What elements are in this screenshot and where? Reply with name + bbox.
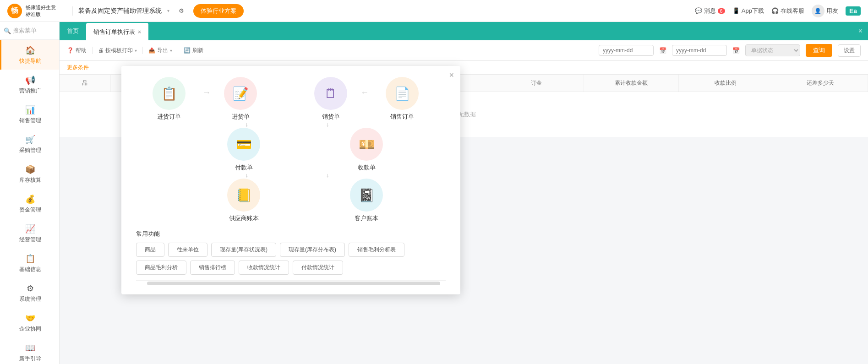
- sidebar-label-basicinfo: 基础信息: [19, 266, 41, 273]
- export-icon: 📤: [148, 47, 155, 54]
- flow-node-sale-bill[interactable]: 🗒 销货单: [301, 77, 360, 121]
- customer-ledger-label: 客户账本: [355, 214, 378, 223]
- sidebar-item-marketing[interactable]: 📢 营销推广: [0, 70, 59, 99]
- logo-line2: 标准版: [26, 11, 56, 17]
- logo-letter: 畅: [11, 6, 18, 16]
- sale-bill-circle: 🗒: [314, 77, 347, 110]
- payment-label: 付款单: [235, 163, 253, 172]
- date-input-end[interactable]: [672, 45, 727, 56]
- help-button[interactable]: ❓ 帮助: [67, 47, 87, 54]
- date-input-start[interactable]: [599, 45, 654, 56]
- dialog-scrollbar[interactable]: [136, 280, 446, 287]
- user-area[interactable]: 👤 用友: [812, 5, 838, 17]
- search-label: 搜索菜单: [13, 27, 37, 35]
- th-days-remaining: 还差多少天: [773, 75, 868, 92]
- flow-node-supplier-ledger[interactable]: 📒 供应商账本: [214, 179, 273, 223]
- flow-node-customer-ledger[interactable]: 📓 客户账本: [337, 179, 396, 223]
- scroll-thumb[interactable]: [147, 282, 440, 285]
- payment-circle: 💳: [227, 128, 260, 161]
- print-dropdown-icon[interactable]: ▾: [135, 48, 137, 53]
- sidebar-item-quicknav[interactable]: 🏠 快捷导航: [0, 40, 59, 70]
- home-icon: 🏠: [25, 45, 35, 55]
- sidebar-label-system: 系统管理: [19, 295, 41, 303]
- sidebar-item-sales[interactable]: 📊 销售管理: [0, 99, 59, 129]
- sidebar-label-inventory: 库存核算: [19, 176, 41, 184]
- message-button[interactable]: 💬 消息 6: [695, 7, 725, 15]
- func-btn-receipt-stat[interactable]: 收款情况统计: [239, 261, 289, 275]
- sale-order-circle: 📄: [386, 77, 419, 110]
- receipt-label: 收款单: [358, 163, 376, 172]
- calendar-icon-2[interactable]: 📅: [732, 47, 740, 54]
- search-icon: 🔍: [4, 27, 11, 34]
- func-btn-product[interactable]: 商品: [136, 243, 164, 257]
- flow-chart: 📋 进货订单 → 📝 进货单: [136, 77, 446, 223]
- export-button[interactable]: 📤 导出 ▾: [148, 47, 172, 54]
- dropdown-arrow[interactable]: ▾: [167, 8, 169, 13]
- flow-node-purchase-bill[interactable]: 📝 进货单: [211, 77, 270, 121]
- flow-arrow-down-2: ↓: [136, 172, 273, 179]
- print-button[interactable]: 🖨 按模板打印 ▾: [98, 47, 137, 54]
- help-icon: ❓: [67, 47, 74, 54]
- tab-sales-order-execution[interactable]: 销售订单执行表 ×: [86, 23, 148, 41]
- status-select[interactable]: 单据状态: [745, 44, 800, 56]
- toolbar-sep-2: [142, 47, 143, 54]
- flow-row-2-right: 💴 收款单: [337, 128, 396, 172]
- message-label: 消息: [704, 7, 716, 15]
- newbie-icon: 📖: [25, 343, 35, 353]
- flow-node-purchase-order[interactable]: 📋 进货订单: [139, 77, 199, 121]
- func-btn-stock-status[interactable]: 现存量(库存状况表): [211, 243, 276, 257]
- tab-close-icon[interactable]: ×: [138, 29, 141, 35]
- func-btn-sales-profit[interactable]: 销售毛利分析表: [349, 243, 404, 257]
- try-button[interactable]: 体验行业方案: [193, 4, 244, 18]
- tab-home[interactable]: 首页: [60, 22, 86, 40]
- online-service-label: 在线客服: [781, 7, 804, 15]
- flow-arrow-h-1: →: [199, 88, 211, 110]
- flow-node-receipt[interactable]: 💴 收款单: [337, 128, 396, 172]
- sidebar-item-collab[interactable]: 🤝 企业协同: [0, 308, 59, 337]
- purchase-icon: 🛒: [25, 135, 35, 145]
- func-btn-sales-rank[interactable]: 销售排行榜: [190, 261, 235, 275]
- sidebar-item-purchase[interactable]: 🛒 采购管理: [0, 129, 59, 159]
- sidebar-item-basicinfo[interactable]: 📋 基础信息: [0, 248, 59, 278]
- sidebar-label-operations: 经营管理: [19, 236, 41, 244]
- app-download-button[interactable]: 📱 App下载: [732, 7, 764, 15]
- calendar-icon[interactable]: 📅: [659, 47, 666, 54]
- sidebar-label-marketing: 营销推广: [19, 87, 41, 95]
- main-close-icon[interactable]: ×: [858, 27, 863, 35]
- set-button[interactable]: 设置: [838, 44, 861, 57]
- flow-arrow-h-2: ←: [360, 88, 372, 110]
- flow-node-sale-order[interactable]: 📄 销售订单: [372, 77, 432, 121]
- quick-nav-dialog: × 📋 进货订单: [121, 66, 460, 294]
- sidebar-item-newbie[interactable]: 📖 新手引导: [0, 337, 59, 364]
- dialog-close-button[interactable]: ×: [449, 71, 454, 80]
- online-service-button[interactable]: 🎧 在线客服: [771, 7, 804, 15]
- query-button[interactable]: 查询: [806, 44, 832, 57]
- sidebar-item-finance[interactable]: 💰 资金管理: [0, 189, 59, 218]
- th-receipt-ratio: 收款比例: [679, 75, 774, 92]
- avatar-icon: 👤: [814, 8, 821, 14]
- purchase-bill-label: 进货单: [232, 113, 250, 121]
- th-product-short: 品: [60, 75, 111, 92]
- sidebar-item-operations[interactable]: 📈 经营管理: [0, 218, 59, 248]
- sidebar-item-system[interactable]: ⚙ 系统管理: [0, 278, 59, 308]
- sidebar-item-inventory[interactable]: 📦 库存核算: [0, 159, 59, 189]
- flow-arrow-down-1: ↓: [136, 121, 273, 128]
- refresh-button[interactable]: 🔄 刷新: [184, 47, 203, 54]
- app-download-label: App下载: [742, 7, 764, 15]
- toolbar-sep-3: [178, 47, 178, 54]
- func-btn-payment-stat[interactable]: 付款情况统计: [293, 261, 343, 275]
- settings-icon[interactable]: ⚙: [175, 5, 188, 17]
- func-btn-stock-dist[interactable]: 现存量(库存分布表): [280, 243, 345, 257]
- finance-icon: 💰: [25, 194, 35, 204]
- refresh-icon: 🔄: [184, 47, 191, 54]
- flow-node-payment[interactable]: 💳 付款单: [214, 128, 273, 172]
- func-btn-customer-vendor[interactable]: 往来单位: [168, 243, 207, 257]
- logo-area: 畅 畅康通好生意 标准版: [7, 4, 67, 18]
- func-btn-product-profit[interactable]: 商品毛利分析: [136, 261, 186, 275]
- receipt-circle: 💴: [350, 128, 383, 161]
- th-total-received: 累计收款金额: [584, 75, 679, 92]
- export-dropdown-icon[interactable]: ▾: [170, 48, 172, 53]
- top-bar-divider: [72, 6, 73, 16]
- sidebar-search[interactable]: 🔍 搜索菜单: [0, 22, 59, 40]
- more-conditions-label[interactable]: 更多条件: [67, 64, 89, 71]
